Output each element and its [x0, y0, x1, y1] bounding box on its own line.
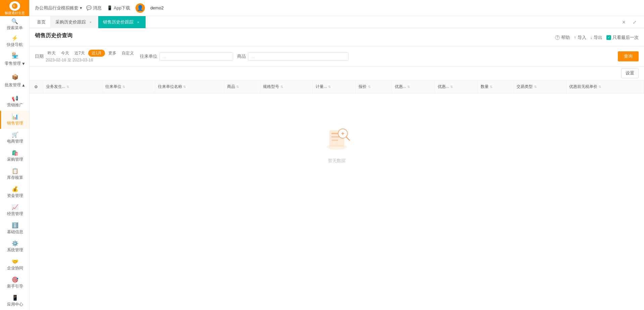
sidebar-item-wholesale-mgmt[interactable]: 📦 批发管理 ▲	[0, 71, 29, 93]
app-download-action[interactable]: 📱 App下载	[107, 5, 130, 11]
message-action[interactable]: 💬 消息	[86, 5, 102, 11]
th-unit[interactable]: 计量... ⇅	[313, 81, 356, 93]
th-discount1[interactable]: 优惠... ⇅	[392, 81, 435, 93]
sidebar-item-business-mgmt[interactable]: 📈 经营管理	[0, 201, 29, 219]
table-header-row: ⚙ 业务发生... ⇅ 往来单位 ⇅ 往来单位名称 ⇅	[30, 81, 644, 93]
sort-price-icon[interactable]: ⇅	[368, 85, 371, 89]
partner-label: 往来单位	[140, 53, 157, 59]
th-discount1-label: 优惠...	[395, 84, 406, 89]
company-selector[interactable]: 办公用品行业模拟账套 ▾	[35, 5, 82, 11]
sort-unit-icon[interactable]: ⇅	[328, 85, 331, 89]
maximize-btn[interactable]: ⤢	[631, 18, 639, 26]
th-pre-tax-price[interactable]: 优惠前无税单价 ⇅	[567, 81, 644, 93]
sort-quantity-icon[interactable]: ⇅	[490, 85, 492, 89]
sidebar-item-enterprise-collab[interactable]: 🤝 企业协同	[0, 256, 29, 274]
date-range: 2023-02-18 至 2023-03-18	[46, 57, 136, 63]
sales-icon: 📊	[12, 113, 18, 120]
topbar-actions: 💬 消息 📱 App下载 👤 demo2	[86, 3, 164, 13]
th-trade-type[interactable]: 交易类型 ⇅	[514, 81, 567, 93]
sidebar-item-basic-info[interactable]: ℹ️ 基础信息	[0, 219, 29, 238]
close-purchase-history-tab[interactable]: ×	[88, 19, 93, 25]
svg-text:6: 6	[13, 4, 15, 8]
sort-partner-name-icon[interactable]: ⇅	[183, 85, 186, 89]
partner-input[interactable]: ...	[159, 52, 233, 61]
goods-input[interactable]: ...	[248, 52, 348, 61]
sidebar-item-retail-mgmt[interactable]: 🏪 零售管理 ▼	[0, 50, 29, 71]
user-avatar[interactable]: 👤	[136, 3, 145, 13]
date-btn-yesterday[interactable]: 昨天	[46, 50, 58, 57]
sort-spec-icon[interactable]: ⇅	[280, 85, 283, 89]
th-partner-code[interactable]: 往来单位 ⇅	[102, 81, 155, 93]
svg-line-10	[346, 137, 350, 140]
th-spec[interactable]: 规格型号 ⇅	[260, 81, 313, 93]
th-price[interactable]: 报价 ⇅	[356, 81, 392, 93]
th-quantity[interactable]: 数量 ⇅	[478, 81, 514, 93]
sidebar-item-system-mgmt[interactable]: ⚙️ 系统管理	[0, 238, 29, 256]
settings-button[interactable]: 设置	[621, 68, 639, 78]
tab-purchase-history[interactable]: 采购历史价跟踪 ×	[51, 16, 98, 28]
th-biz-date-label: 业务发生...	[46, 84, 65, 89]
query-button[interactable]: 查询	[618, 51, 639, 61]
goods-label: 商品	[237, 53, 246, 59]
import-action[interactable]: ↑ 导入	[574, 35, 586, 41]
sidebar-item-label: 经营管理	[7, 211, 23, 217]
sidebar-item-label: 营销推广	[7, 102, 23, 108]
export-action[interactable]: ↓ 导出	[590, 35, 603, 41]
sort-trade-type-icon[interactable]: ⇅	[534, 85, 537, 89]
wholesale-icon: 📦	[12, 74, 18, 80]
th-settings[interactable]: ⚙	[30, 81, 43, 93]
tab-sales-history[interactable]: 销售历史价跟踪 ×	[98, 16, 146, 28]
th-partner-name[interactable]: 往来单位名称 ⇅	[155, 81, 224, 93]
sidebar-item-ecommerce-mgmt[interactable]: 🛒 电商管理	[0, 129, 29, 147]
sidebar: 6 畅捷通好生意 🔍 搜索菜单 ⚡ 快捷导航 🏪 零售管理 ▼ 📦 批发管理 ▲…	[0, 0, 30, 310]
sidebar-item-marketing[interactable]: 📢 营销推广	[0, 93, 29, 111]
sidebar-item-finance-mgmt[interactable]: 💰 资金管理	[0, 183, 29, 201]
tab-home[interactable]: 首页	[32, 16, 51, 28]
close-window-btn[interactable]: ✕	[620, 18, 628, 26]
date-btn-last7[interactable]: 近7天	[72, 50, 87, 57]
th-discount2[interactable]: 优惠... ⇅	[435, 81, 478, 93]
sidebar-item-quick-nav[interactable]: ⚡ 快捷导航	[0, 33, 29, 50]
basic-info-icon: ℹ️	[12, 222, 18, 228]
date-btn-more[interactable]: 更多	[106, 50, 118, 57]
date-btn-today[interactable]: 今天	[59, 50, 71, 57]
help-label: 帮助	[561, 35, 570, 41]
import-label: 导入	[578, 35, 586, 41]
sidebar-item-sales-mgmt[interactable]: 📊 销售管理	[0, 111, 29, 129]
sort-biz-date-icon[interactable]: ⇅	[66, 85, 69, 89]
th-biz-date[interactable]: 业务发生... ⇅	[43, 81, 102, 93]
logo-text: 畅捷通好生意	[5, 11, 25, 15]
th-goods[interactable]: 商品 ⇅	[224, 81, 260, 93]
sort-partner-code-icon[interactable]: ⇅	[122, 85, 125, 89]
help-action[interactable]: ? 帮助	[555, 35, 570, 41]
sidebar-item-search-menu[interactable]: 🔍 搜索菜单	[0, 16, 29, 33]
partner-input-placeholder: ...	[162, 54, 166, 59]
sidebar-item-inventory[interactable]: 📋 库存核算	[0, 165, 29, 183]
sidebar-item-label: 电商管理	[7, 139, 23, 144]
close-sales-history-tab[interactable]: ×	[136, 19, 141, 25]
username: demo2	[150, 5, 164, 10]
date-filter-label: 日期	[35, 53, 44, 59]
sidebar-item-label: 系统管理	[7, 247, 23, 253]
goods-filter: 商品 ...	[237, 52, 348, 61]
date-btn-last1month[interactable]: 近1月	[88, 50, 105, 57]
marketing-icon: 📢	[12, 95, 18, 102]
show-last-only-label: 只看最后一次	[612, 35, 639, 41]
business-icon: 📈	[12, 204, 18, 210]
sidebar-item-app-center[interactable]: 📱 应用中心	[0, 292, 29, 310]
sort-goods-icon[interactable]: ⇅	[236, 85, 239, 89]
system-icon: ⚙️	[12, 240, 18, 247]
sidebar-item-purchase-mgmt[interactable]: 🛍️ 采购管理	[0, 147, 29, 165]
sort-discount2-icon[interactable]: ⇅	[450, 85, 453, 89]
help-icon: ?	[555, 35, 560, 40]
chevron-down-icon: ▼	[21, 61, 25, 66]
goods-input-placeholder: ...	[251, 54, 255, 59]
sort-discount1-icon[interactable]: ⇅	[407, 85, 410, 89]
sidebar-item-label: 搜索菜单	[7, 25, 23, 31]
avatar-image: 👤	[137, 5, 144, 11]
sidebar-item-new-guide[interactable]: 🎯 新手引导	[0, 274, 29, 292]
dropdown-icon: ▾	[80, 5, 82, 10]
show-last-only-checkbox[interactable]: 只看最后一次	[606, 35, 639, 41]
date-btn-custom[interactable]: 自定义	[120, 50, 136, 57]
sort-pre-tax-price-icon[interactable]: ⇅	[598, 85, 601, 89]
